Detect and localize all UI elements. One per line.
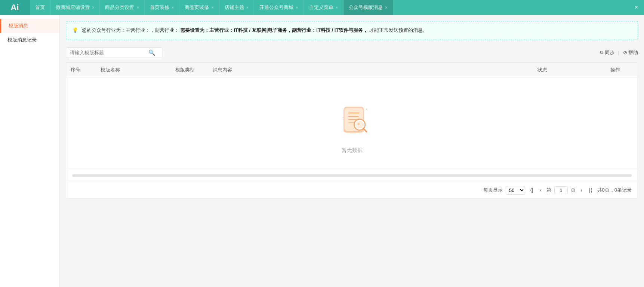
- sidebar-item-0[interactable]: 模版消息: [0, 19, 59, 33]
- help-label: 帮助: [628, 49, 638, 56]
- col-header-type: 模版类型: [171, 67, 208, 73]
- fake-scrollbar[interactable]: [72, 174, 632, 177]
- total-label: 共0页，0条记录: [597, 187, 632, 193]
- nav-tab-0[interactable]: 首页: [30, 0, 50, 15]
- search-input[interactable]: [70, 50, 148, 55]
- info-banner: 💡 您的公众号行业为：主营行业：，副营行业： 需要设置为：主营行业：IT科技 /…: [66, 21, 638, 40]
- last-page-button[interactable]: |⟩: [587, 186, 594, 194]
- col-header-content: 消息内容: [208, 67, 533, 73]
- content-area: 💡 您的公众号行业为：主营行业：，副营行业： 需要设置为：主营行业：IT科技 /…: [60, 15, 644, 287]
- toolbar-right: ↻ 同步 | ⊘ 帮助: [600, 49, 638, 56]
- nav-tab-close-5[interactable]: ×: [246, 5, 249, 10]
- table-header: 序号 模版名称 模版类型 消息内容 状态 操作: [66, 63, 638, 77]
- help-button[interactable]: ⊘ 帮助: [623, 49, 638, 56]
- nav-tab-7[interactable]: 自定义菜单×: [304, 0, 343, 15]
- page-number-input[interactable]: [554, 186, 568, 194]
- nav-tabs-container: 首页微商城店铺设置×商品分类设置×首页装修×商品页装修×店铺主题×开通公众号商城…: [30, 0, 629, 15]
- pagination: 每页显示 50 20 100 ⟨| ‹ 第 页 › |⟩ 共0页，0条记录: [66, 182, 638, 198]
- empty-icon: ✦ ✦: [332, 100, 373, 141]
- nav-tab-4[interactable]: 商品页装修×: [179, 0, 219, 15]
- empty-text: 暂无数据: [342, 147, 363, 154]
- nav-tab-close-8[interactable]: ×: [385, 5, 387, 10]
- col-header-name: 模版名称: [96, 67, 171, 73]
- nav-tab-5[interactable]: 店铺主题×: [219, 0, 254, 15]
- sidebar-item-1[interactable]: 模版消息记录: [0, 33, 59, 47]
- help-icon: ⊘: [623, 50, 627, 55]
- prev-page-button[interactable]: ‹: [538, 186, 544, 194]
- main-layout: 模版消息模版消息记录 💡 您的公众号行业为：主营行业：，副营行业： 需要设置为：…: [0, 15, 644, 287]
- next-page-button[interactable]: ›: [579, 186, 584, 194]
- scrollbar-row: [66, 169, 638, 182]
- info-prefix: 您的公众号行业为：主营行业：，副营行业：: [82, 27, 179, 33]
- nav-tab-close-4[interactable]: ×: [211, 5, 213, 10]
- svg-point-6: [356, 121, 363, 128]
- svg-text:✦: ✦: [365, 107, 368, 111]
- per-page-select[interactable]: 50 20 100: [506, 186, 525, 195]
- first-page-button[interactable]: ⟨|: [528, 186, 535, 194]
- nav-tab-6[interactable]: 开通公众号商城×: [254, 0, 303, 15]
- divider: |: [618, 50, 619, 55]
- per-page-label: 每页显示: [483, 187, 503, 193]
- nav-tab-8[interactable]: 公众号模版消息×: [343, 0, 393, 15]
- nav-tab-close-2[interactable]: ×: [136, 5, 139, 10]
- nav-tab-close-7[interactable]: ×: [336, 5, 338, 10]
- svg-text:✦: ✦: [342, 116, 344, 119]
- nav-tab-close-1[interactable]: ×: [92, 5, 94, 10]
- col-header-status: 状态: [533, 67, 593, 73]
- logo: Ai: [0, 0, 30, 15]
- nav-tab-close-3[interactable]: ×: [172, 5, 174, 10]
- info-suffix: 才能正常发送预置的消息。: [369, 27, 428, 33]
- nav-tab-close-6[interactable]: ×: [296, 5, 298, 10]
- sync-icon: ↻: [600, 50, 604, 55]
- page-label-after: 页: [571, 187, 576, 193]
- page-label-before: 第: [546, 187, 551, 193]
- col-header-index: 序号: [66, 67, 96, 73]
- search-bar: 🔍 ↻ 同步 | ⊘ 帮助: [66, 48, 638, 58]
- nav-tab-1[interactable]: 微商城店铺设置×: [50, 0, 100, 15]
- data-table: 序号 模版名称 模版类型 消息内容 状态 操作: [66, 62, 638, 199]
- top-nav: Ai 首页微商城店铺设置×商品分类设置×首页装修×商品页装修×店铺主题×开通公众…: [0, 0, 644, 15]
- sync-label: 同步: [605, 49, 614, 56]
- global-close-button[interactable]: ×: [629, 0, 644, 15]
- sync-button[interactable]: ↻ 同步: [600, 49, 614, 56]
- empty-state: ✦ ✦ 暂无数据: [66, 77, 638, 169]
- nav-tab-2[interactable]: 商品分类设置×: [100, 0, 144, 15]
- svg-point-8: [357, 123, 360, 125]
- nav-tab-3[interactable]: 首页装修×: [145, 0, 179, 15]
- col-header-action: 操作: [593, 67, 638, 73]
- search-input-wrap: 🔍: [66, 48, 163, 58]
- search-icon[interactable]: 🔍: [148, 49, 155, 56]
- bulb-icon: 💡: [72, 27, 78, 33]
- sidebar: 模版消息模版消息记录: [0, 15, 60, 287]
- info-highlight: 需要设置为：主营行业：IT科技 / 互联网|电子商务，副营行业：IT科技 / I…: [180, 27, 368, 33]
